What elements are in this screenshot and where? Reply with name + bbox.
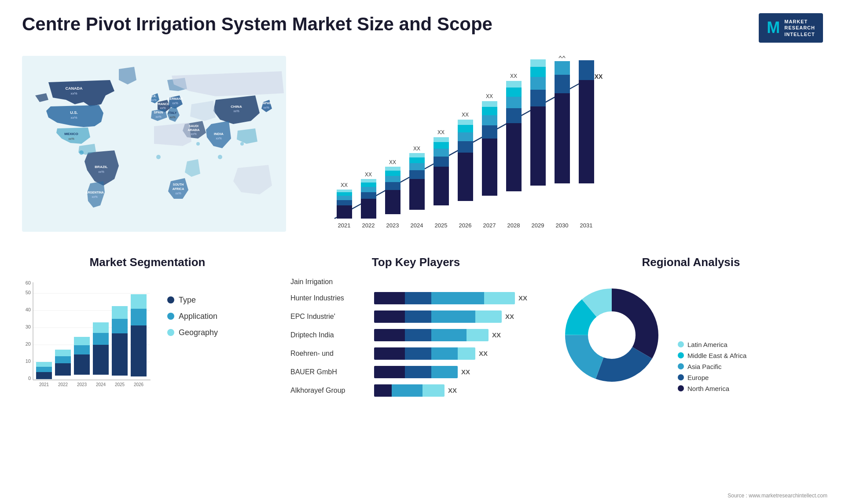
svg-text:2024: 2024 (411, 222, 423, 229)
legend-dot-apac (678, 363, 684, 369)
svg-rect-86 (482, 101, 497, 107)
player-bar-container: XX (374, 292, 541, 304)
svg-text:SOUTH: SOUTH (173, 183, 184, 186)
svg-text:xx%: xx% (172, 102, 178, 105)
svg-text:xx%: xx% (263, 106, 269, 109)
svg-text:xx%: xx% (70, 116, 77, 120)
svg-rect-138 (55, 350, 71, 356)
svg-text:xx%: xx% (233, 110, 239, 113)
svg-rect-77 (458, 132, 473, 141)
player-bar-container: XX (374, 366, 541, 378)
svg-rect-93 (506, 81, 522, 88)
player-name: BAUER GmbH (290, 368, 370, 376)
legend-dot-geography (167, 329, 174, 336)
svg-text:2026: 2026 (459, 222, 472, 229)
svg-text:XX: XX (510, 73, 517, 79)
legend-dot-type (167, 296, 174, 303)
svg-text:2022: 2022 (362, 222, 375, 229)
svg-text:xx%: xx% (92, 195, 97, 198)
segmentation-title: Market Segmentation (22, 256, 273, 269)
svg-rect-78 (458, 125, 473, 132)
svg-text:XX: XX (341, 182, 348, 188)
player-bar-container: XX (374, 347, 541, 360)
svg-text:XX: XX (365, 172, 372, 178)
player-name: Roehren- und (290, 350, 370, 358)
svg-text:CHINA: CHINA (231, 105, 242, 109)
svg-text:2025: 2025 (435, 222, 448, 229)
svg-rect-69 (434, 157, 449, 167)
svg-rect-49 (361, 187, 376, 192)
svg-rect-141 (74, 337, 90, 345)
svg-point-35 (156, 155, 161, 159)
source-text: Source : www.marketresearchintellect.com (727, 493, 827, 499)
svg-rect-65 (409, 153, 425, 157)
svg-rect-99 (530, 67, 546, 77)
svg-text:CANADA: CANADA (66, 86, 83, 91)
svg-text:xx%: xx% (169, 116, 175, 119)
svg-text:xx%: xx% (175, 192, 181, 195)
player-bar-container: XX (374, 310, 541, 323)
svg-text:XX: XX (558, 56, 566, 59)
regional-section: Regional Analysis (546, 247, 836, 412)
svg-text:xx%: xx% (98, 170, 104, 173)
svg-text:xx%: xx% (191, 132, 196, 135)
svg-point-36 (218, 155, 222, 159)
svg-rect-58 (385, 167, 400, 171)
player-name: Alkhorayef Group (290, 387, 370, 394)
svg-text:XX: XX (413, 146, 420, 152)
legend-row-na: North America (678, 385, 746, 392)
player-row: BAUER GmbH XX (290, 366, 541, 378)
svg-rect-144 (93, 322, 109, 333)
svg-text:JAPAN: JAPAN (261, 102, 271, 105)
player-name: Jain Irrigation (290, 278, 370, 286)
svg-rect-140 (74, 345, 90, 354)
legend-dot-europe (678, 374, 684, 380)
svg-rect-96 (530, 106, 546, 186)
svg-rect-48 (361, 192, 376, 199)
svg-rect-91 (506, 97, 522, 108)
svg-rect-51 (361, 179, 376, 183)
player-bar (374, 310, 502, 323)
svg-rect-62 (409, 170, 425, 179)
svg-rect-109 (579, 60, 594, 80)
pie-legend: Latin America Middle East & Africa Asia … (678, 341, 746, 392)
svg-text:2021: 2021 (338, 222, 351, 229)
svg-rect-57 (385, 171, 400, 176)
svg-rect-108 (579, 80, 594, 183)
map-area: CANADA xx% U.S. xx% MEXICO xx% BRAZIL xx… (13, 51, 304, 247)
svg-point-33 (79, 150, 84, 155)
svg-text:INDIA: INDIA (214, 132, 224, 136)
logo-box: M MARKET RESEARCH INTELLECT (759, 13, 823, 43)
player-bar (374, 347, 475, 360)
player-xx: XX (448, 387, 457, 394)
player-xx: XX (461, 368, 470, 376)
svg-text:XX: XX (437, 129, 445, 135)
svg-text:XX: XX (486, 93, 493, 99)
player-row: Jain Irrigation (290, 278, 541, 286)
svg-rect-40 (337, 205, 352, 219)
svg-rect-47 (361, 199, 376, 219)
player-bar (374, 292, 515, 304)
svg-text:ARGENTINA: ARGENTINA (85, 191, 104, 194)
player-row: Alkhorayef Group XX (290, 384, 541, 397)
svg-text:2024: 2024 (96, 382, 106, 387)
svg-rect-150 (131, 294, 147, 309)
svg-rect-55 (385, 182, 400, 190)
seg-legend: Type Application Geography (167, 296, 218, 337)
legend-row-latin: Latin America (678, 341, 746, 348)
svg-rect-56 (385, 176, 400, 182)
svg-rect-64 (409, 157, 425, 163)
svg-rect-148 (131, 325, 147, 376)
legend-item-type: Type (167, 296, 218, 305)
svg-text:GERMANY: GERMANY (167, 97, 183, 100)
svg-text:0: 0 (28, 376, 31, 381)
svg-rect-84 (482, 115, 497, 125)
svg-rect-136 (55, 363, 71, 376)
svg-rect-92 (506, 88, 522, 97)
svg-rect-42 (337, 196, 352, 200)
world-map-svg: CANADA xx% U.S. xx% MEXICO xx% BRAZIL xx… (22, 56, 286, 232)
svg-text:xx%: xx% (216, 137, 221, 140)
seg-chart-container: 0 10 20 30 40 50 60 (22, 278, 273, 392)
player-xx: XX (505, 313, 514, 320)
svg-rect-85 (482, 107, 497, 115)
